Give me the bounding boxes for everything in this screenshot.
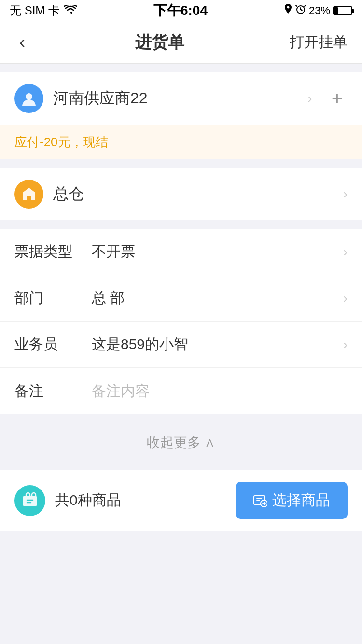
dept-chevron-icon: › (343, 291, 348, 306)
warehouse-chevron-icon: › (343, 186, 348, 202)
supplier-chevron-icon: › (307, 91, 312, 106)
battery-icon (333, 6, 352, 15)
status-bar: 无 SIM 卡 下午6:04 23% (0, 0, 362, 21)
sales-value: 这是859的小智 (82, 335, 338, 354)
department-row[interactable]: 部门 总 部 › (0, 275, 362, 322)
warehouse-card: 总仓 › (0, 168, 362, 220)
warehouse-name: 总仓 (53, 183, 338, 205)
page-title: 进货单 (135, 31, 184, 54)
add-supplier-button[interactable]: + (327, 88, 348, 110)
location-icon (284, 4, 292, 17)
warehouse-row[interactable]: 总仓 › (0, 168, 362, 220)
status-right: 23% (284, 4, 352, 17)
remark-row[interactable]: 备注 备注内容 (0, 368, 362, 414)
product-count: 共0种商品 (55, 490, 236, 510)
section-gap-1 (0, 64, 362, 72)
product-icon (14, 485, 45, 516)
supplier-name: 河南供应商22 (53, 88, 307, 109)
invoice-label: 票据类型 (14, 242, 82, 262)
remark-label: 备注 (14, 381, 82, 401)
back-button[interactable]: ‹ (14, 28, 30, 57)
sales-row[interactable]: 业务员 这是859的小智 › (0, 322, 362, 368)
status-left: 无 SIM 卡 (10, 3, 77, 18)
section-gap-2 (0, 159, 362, 168)
supplier-alert: 应付-20元，现结 (0, 125, 362, 159)
carrier-text: 无 SIM 卡 (10, 3, 60, 18)
open-pending-button[interactable]: 打开挂单 (290, 32, 348, 52)
invoice-chevron-icon: › (343, 244, 348, 260)
warehouse-icon (14, 180, 43, 209)
product-bar: 共0种商品 选择商品 (0, 470, 362, 531)
collapse-button[interactable]: 收起更多 ∧ (0, 423, 362, 462)
dept-label: 部门 (14, 288, 82, 308)
sales-chevron-icon: › (343, 337, 348, 352)
dept-value: 总 部 (82, 288, 338, 308)
battery-percent: 23% (309, 4, 330, 17)
remark-input[interactable]: 备注内容 (82, 381, 348, 401)
svg-point-1 (26, 93, 32, 100)
supplier-row[interactable]: 河南供应商22 › + (0, 72, 362, 125)
svg-rect-3 (23, 496, 37, 506)
invoice-row[interactable]: 票据类型 不开票 › (0, 229, 362, 275)
invoice-value: 不开票 (82, 242, 338, 262)
supplier-card: 河南供应商22 › + 应付-20元，现结 (0, 72, 362, 159)
sales-label: 业务员 (14, 335, 82, 354)
page-rest (0, 531, 362, 644)
supplier-avatar (14, 84, 43, 113)
alarm-icon (295, 4, 306, 17)
wifi-icon (64, 4, 77, 17)
form-section: 票据类型 不开票 › 部门 总 部 › 业务员 这是859的小智 › 备注 备注… (0, 229, 362, 414)
nav-bar: ‹ 进货单 打开挂单 (0, 21, 362, 64)
select-product-label: 选择商品 (272, 490, 330, 510)
status-time: 下午6:04 (153, 1, 208, 20)
svg-rect-2 (27, 196, 31, 200)
select-product-button[interactable]: 选择商品 (236, 482, 348, 519)
